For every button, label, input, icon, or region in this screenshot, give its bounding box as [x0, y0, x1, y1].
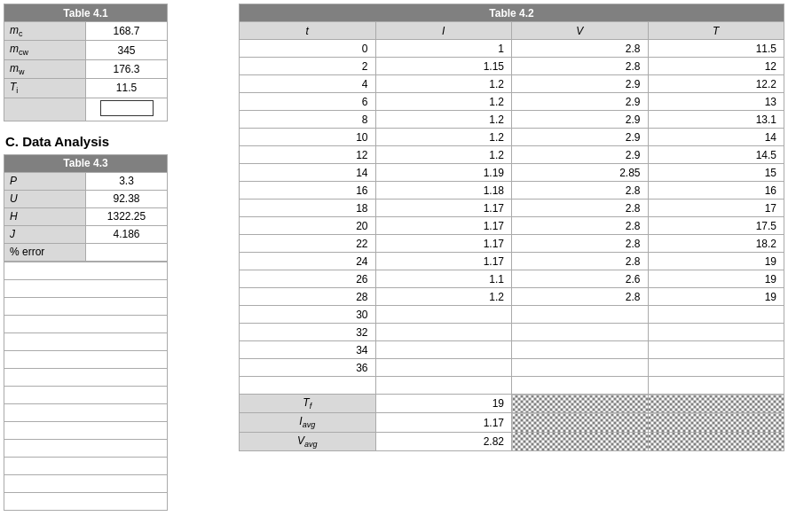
- table-row: 221.172.818.2: [240, 235, 784, 253]
- empty-row: [4, 332, 168, 350]
- cell-t: [648, 341, 784, 359]
- row-label-H: H: [4, 207, 86, 225]
- cell-t: 17.5: [648, 217, 784, 235]
- cell-v: [512, 306, 649, 324]
- summary-row: Iavg1.17: [240, 413, 784, 432]
- cell-v: 2.9: [512, 111, 649, 129]
- header-I: I: [375, 22, 512, 40]
- hatched-cell: [648, 413, 784, 432]
- cell-t: 34: [240, 341, 376, 359]
- main-container: Table 4.1 mc 168.7 mcw 345 mw 176.3 Ti: [0, 0, 788, 532]
- value-mw: 176.3: [86, 59, 168, 78]
- cell-t: 26: [240, 270, 376, 288]
- cell-t: 0: [240, 40, 376, 58]
- cell-v: 2.8: [512, 182, 649, 200]
- table43-title: Table 4.3: [4, 154, 168, 172]
- value-J: 4.186: [86, 225, 168, 243]
- cell-t: 13: [648, 93, 784, 111]
- row-label-U: U: [4, 190, 86, 207]
- value-ti: 11.5: [86, 79, 168, 98]
- cell-v: 2.9: [512, 146, 649, 164]
- cell-t: 16: [240, 182, 376, 200]
- table-row: 101.22.914: [240, 129, 784, 146]
- cell-i: [375, 359, 512, 377]
- row-label-P: P: [4, 172, 86, 190]
- cell-v: 2.8: [512, 200, 649, 217]
- table-row: P 3.3: [4, 172, 168, 190]
- table-row: 261.12.619: [240, 270, 784, 288]
- table-4-2: Table 4.2 t I V T 012.811.521.152.81241.…: [239, 4, 784, 451]
- table-row: 36: [240, 359, 784, 377]
- table42-title: Table 4.2: [240, 4, 784, 22]
- empty-row: [4, 297, 168, 315]
- table-row: 141.192.8515: [240, 164, 784, 182]
- input-empty-cell[interactable]: [86, 98, 168, 121]
- cell-t: 8: [240, 111, 376, 129]
- empty-row: [4, 421, 168, 439]
- cell-t: [648, 359, 784, 377]
- table-row: 121.22.914.5: [240, 146, 784, 164]
- cell-i: 1.17: [375, 235, 512, 253]
- cell-t: 11.5: [648, 40, 784, 58]
- row-label-mw: mw: [4, 59, 86, 78]
- cell-i: 1.17: [375, 200, 512, 217]
- row-label-pct-error: % error: [4, 243, 86, 261]
- table-row: mw 176.3: [4, 59, 168, 78]
- cell-t: 14: [648, 129, 784, 146]
- cell-i: [375, 306, 512, 324]
- cell-t: 12: [240, 146, 376, 164]
- table-row: 012.811.5: [240, 40, 784, 58]
- left-panel: Table 4.1 mc 168.7 mcw 345 mw 176.3 Ti: [0, 0, 235, 532]
- empty-row: [4, 492, 168, 510]
- cell-v: 2.8: [512, 253, 649, 270]
- left-extra-rows: [4, 262, 168, 511]
- value-P: 3.3: [86, 172, 168, 190]
- empty-row: [4, 350, 168, 368]
- table-row: 201.172.817.5: [240, 217, 784, 235]
- cell-t: 14: [240, 164, 376, 182]
- cell-t: 12: [648, 58, 784, 75]
- cell-i: 1.2: [375, 146, 512, 164]
- table-row: 21.152.812: [240, 58, 784, 75]
- right-panel: Table 4.2 t I V T 012.811.521.152.81241.…: [235, 0, 788, 532]
- cell-t: 16: [648, 182, 784, 200]
- summary-value: 1.17: [375, 413, 512, 432]
- cell-v: 2.8: [512, 40, 649, 58]
- empty-row: [4, 439, 168, 457]
- empty-row: [4, 368, 168, 386]
- hatched-cell: [648, 432, 784, 450]
- cell-t: 19: [648, 253, 784, 270]
- table-row: Ti 11.5: [4, 79, 168, 98]
- value-H: 1322.25: [86, 207, 168, 225]
- table-row: 161.182.816: [240, 182, 784, 200]
- cell-v: [512, 324, 649, 341]
- cell-i: 1.2: [375, 75, 512, 93]
- row-label-mcw: mcw: [4, 41, 86, 59]
- cell-i: 1.2: [375, 288, 512, 306]
- cell-i: [375, 341, 512, 359]
- hatched-cell: [512, 432, 649, 450]
- cell-v: 2.8: [512, 288, 649, 306]
- empty-row: [4, 403, 168, 421]
- cell-v: 2.8: [512, 235, 649, 253]
- cell-t: 19: [648, 270, 784, 288]
- cell-i: 1.19: [375, 164, 512, 182]
- table-row: 41.22.912.2: [240, 75, 784, 93]
- summary-label: Iavg: [240, 413, 376, 432]
- header-T: T: [648, 22, 784, 40]
- cell-t: 6: [240, 93, 376, 111]
- empty-row: [4, 386, 168, 403]
- table-row: 32: [240, 324, 784, 341]
- cell-t: 32: [240, 324, 376, 341]
- summary-row: Vavg2.82: [240, 432, 784, 450]
- value-mcw: 345: [86, 41, 168, 59]
- cell-i: 1.17: [375, 253, 512, 270]
- row-label-ti: Ti: [4, 79, 86, 98]
- cell-t: 19: [648, 288, 784, 306]
- cell-i: [375, 324, 512, 341]
- table-row: mc 168.7: [4, 22, 168, 41]
- empty-row: [4, 457, 168, 474]
- cell-t: 30: [240, 306, 376, 324]
- empty-row: [4, 279, 168, 297]
- cell-t: 13.1: [648, 111, 784, 129]
